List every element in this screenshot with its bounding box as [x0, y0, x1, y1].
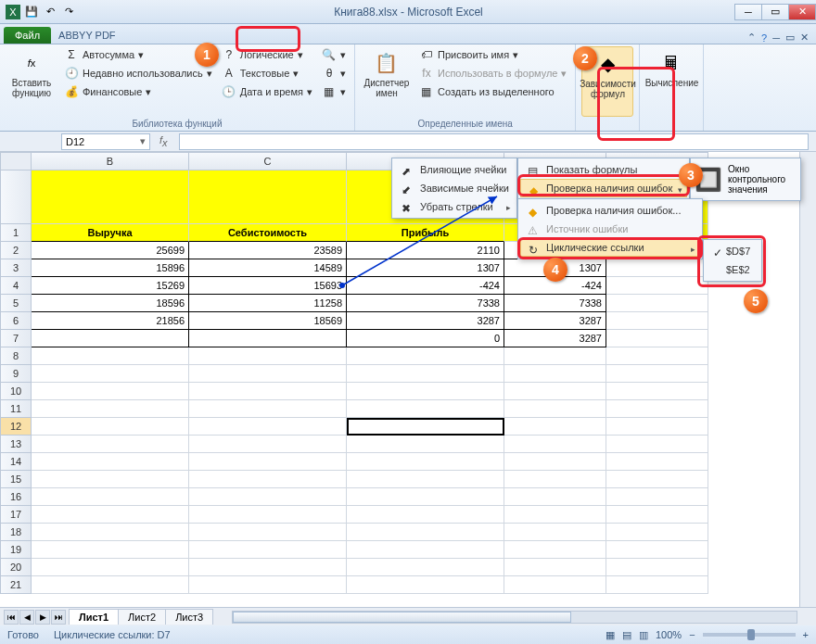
sheet-nav-prev-icon[interactable]: ◀ [19, 610, 34, 625]
cell-F4[interactable] [606, 277, 708, 295]
formula-input[interactable] [179, 133, 809, 150]
cell-D13[interactable] [347, 436, 504, 453]
cell-B9[interactable] [32, 365, 189, 383]
cell-F6[interactable] [606, 312, 708, 330]
submenu-error-check[interactable]: ◆Проверка наличия ошибок... [520, 201, 700, 220]
rowhead-8[interactable]: 8 [0, 347, 32, 365]
cell-B20[interactable] [32, 559, 189, 576]
cell-D3[interactable]: 1307 [347, 259, 504, 277]
cell-C18[interactable] [189, 524, 347, 541]
cell-D16[interactable] [347, 488, 504, 506]
cell-E10[interactable] [504, 383, 606, 400]
rowhead-6[interactable]: 6 [0, 312, 32, 330]
cell-B13[interactable] [32, 436, 189, 453]
cell-E19[interactable] [504, 541, 606, 559]
text-button[interactable]: AТекстовые ▾ [219, 65, 315, 82]
cell-D2[interactable]: 2110 [347, 242, 504, 259]
define-name-button[interactable]: 🏷Присвоить имя ▾ [416, 46, 570, 63]
calculation-button[interactable]: 🖩 Вычисление [645, 46, 697, 117]
cell-B2[interactable]: 25699 [32, 242, 189, 259]
cell-C6[interactable]: 18569 [189, 312, 347, 330]
cell-C5[interactable]: 11258 [189, 295, 347, 312]
cell-F7[interactable] [606, 330, 708, 347]
rowhead-21[interactable]: 21 [0, 576, 32, 594]
menu-show-formulas[interactable]: ▤Показать формулы [520, 160, 687, 179]
sheet-tab-2[interactable]: Лист3 [165, 609, 213, 625]
redo-icon[interactable]: ↷ [61, 5, 76, 19]
cell-E16[interactable] [504, 488, 606, 506]
rowhead-20[interactable]: 20 [0, 559, 32, 576]
cell-E11[interactable] [504, 400, 606, 418]
use-in-formula-button[interactable]: fxИспользовать в формуле ▾ [416, 65, 570, 82]
cell-D15[interactable] [347, 471, 504, 488]
select-all-corner[interactable] [0, 152, 32, 170]
vertical-scrollbar[interactable] [799, 152, 816, 607]
cell-C21[interactable] [189, 576, 347, 594]
submenu-circular-refs[interactable]: ↻Циклические ссылки▸ [520, 238, 700, 257]
cell-E5[interactable]: 7338 [504, 295, 606, 312]
sheet-tab-0[interactable]: Лист1 [69, 609, 119, 625]
cell-B11[interactable] [32, 400, 189, 418]
cell-E20[interactable] [504, 559, 606, 576]
view-layout-icon[interactable]: ▤ [622, 629, 631, 641]
cell-D11[interactable] [347, 400, 504, 418]
cell-C15[interactable] [189, 471, 347, 488]
sheet-nav-last-icon[interactable]: ⏭ [51, 610, 66, 625]
rowhead-16[interactable]: 16 [0, 488, 32, 506]
cell-E9[interactable] [504, 365, 606, 383]
cell-B16[interactable] [32, 488, 189, 506]
cell-D19[interactable] [347, 541, 504, 559]
autosum-button[interactable]: ΣАвтосумма ▾ [61, 46, 215, 63]
rowhead-12[interactable]: 12 [0, 418, 32, 436]
cell-B15[interactable] [32, 471, 189, 488]
cell-E7[interactable]: 3287 [504, 330, 606, 347]
cell-C19[interactable] [189, 541, 347, 559]
cell-F10[interactable] [606, 383, 708, 400]
rowhead-19[interactable]: 19 [0, 541, 32, 559]
cell-C4[interactable]: 15693 [189, 277, 347, 295]
cell-F20[interactable] [606, 559, 708, 576]
cell-B3[interactable]: 15896 [32, 259, 189, 277]
zoom-in-icon[interactable]: + [803, 629, 809, 640]
cell-D6[interactable]: 3287 [347, 312, 504, 330]
logical-button[interactable]: ?Логические ▾ [219, 46, 315, 63]
cell-D9[interactable] [347, 365, 504, 383]
cell-D21[interactable] [347, 576, 504, 594]
rowhead-7[interactable]: 7 [0, 330, 32, 347]
rowhead-3[interactable]: 3 [0, 259, 32, 277]
tab-10[interactable]: ABBYY PDF [51, 27, 123, 44]
cell-C1[interactable]: Себистоимость [189, 224, 347, 242]
ribbon-minimize-icon[interactable]: ⌃ [747, 32, 756, 44]
cell-B5[interactable]: 18596 [32, 295, 189, 312]
menu-remove-arrows[interactable]: ✖Убрать стрелки▸ [394, 197, 515, 216]
menu-trace-precedents[interactable]: ⬈Влияющие ячейки [394, 160, 515, 179]
close-button[interactable]: ✕ [788, 4, 816, 20]
rowhead-14[interactable]: 14 [0, 453, 32, 471]
doc-close-icon[interactable]: ✕ [800, 32, 809, 44]
cell-D12[interactable] [347, 418, 504, 436]
cell-C13[interactable] [189, 436, 347, 453]
sheet-tab-1[interactable]: Лист2 [118, 609, 166, 625]
sheet-nav-next-icon[interactable]: ▶ [35, 610, 50, 625]
cell-F9[interactable] [606, 365, 708, 383]
cell-C16[interactable] [189, 488, 347, 506]
cell-F13[interactable] [606, 436, 708, 453]
maximize-button[interactable]: ▭ [761, 4, 789, 20]
cell-B8[interactable] [32, 347, 189, 365]
cell-F5[interactable] [606, 295, 708, 312]
cell-F17[interactable] [606, 506, 708, 524]
tab-file[interactable]: Файл [4, 27, 51, 44]
cell-B14[interactable] [32, 453, 189, 471]
cell-C8[interactable] [189, 347, 347, 365]
cell-C20[interactable] [189, 559, 347, 576]
undo-icon[interactable]: ↶ [43, 5, 57, 19]
cell-D17[interactable] [347, 506, 504, 524]
cell-D7[interactable]: 0 [347, 330, 504, 347]
chevron-down-icon[interactable]: ▾ [140, 135, 146, 147]
cell-B6[interactable]: 21856 [32, 312, 189, 330]
minimize-button[interactable]: ─ [734, 4, 762, 20]
cell-D18[interactable] [347, 524, 504, 541]
menu-error-checking[interactable]: ◆Проверка наличия ошибок▾ [520, 179, 687, 197]
view-pagebreak-icon[interactable]: ▥ [639, 629, 648, 641]
cell-F14[interactable] [606, 453, 708, 471]
